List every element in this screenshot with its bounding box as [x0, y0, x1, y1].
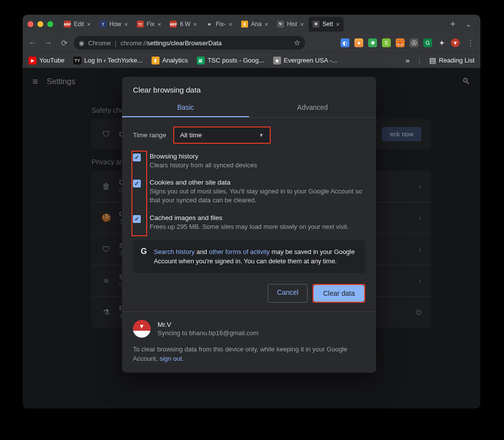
data-type-row: ✓Browsing historyClears history from all…: [133, 153, 365, 179]
page-content: ≡ Settings 🔍︎ Safety check 🛡 Chro eck no…: [23, 68, 480, 409]
bookmark-item[interactable]: ◉Evergreen USA -...: [273, 57, 337, 64]
bookmark-item[interactable]: TYLog In ‹ TechYorke...: [73, 57, 143, 64]
address-bar[interactable]: ◉ Chrome | chrome://settings/clearBrowse…: [74, 36, 305, 50]
browser-tab[interactable]: MEFEdit×: [60, 17, 94, 31]
reload-button[interactable]: ⟳: [58, 38, 70, 48]
bookmark-item[interactable]: ▶YouTube: [29, 57, 64, 64]
dialog-actions: Cancel Clear data: [122, 284, 376, 312]
bookmark-star-icon[interactable]: ☆: [294, 38, 300, 47]
favicon: ↻: [277, 21, 284, 28]
ext-icon[interactable]: ✱: [368, 38, 377, 47]
close-tab-icon[interactable]: ×: [193, 21, 197, 28]
info-text: Search history and other forms of activi…: [154, 247, 357, 266]
tab-title: Edit: [74, 21, 84, 28]
navbar: ← → ⟳ ◉ Chrome | chrome://settings/clear…: [23, 33, 480, 52]
browser-tab[interactable]: HFix-×: [202, 17, 236, 31]
site-info-icon: ◉: [79, 39, 84, 47]
favicon: MEF: [64, 21, 71, 28]
extension-icons: ◐ ● ✱ S 🦊 Ⓐ G ✦ ▼ ⋮: [341, 38, 476, 48]
bookmark-label: Analytics: [162, 57, 188, 64]
footer-note: To clear browsing data from this device …: [133, 345, 365, 364]
tab-advanced[interactable]: Advanced: [249, 97, 376, 117]
cancel-button[interactable]: Cancel: [268, 284, 308, 303]
minimize-window[interactable]: [37, 21, 43, 27]
ext-icon[interactable]: G: [423, 38, 432, 47]
bookmark-item[interactable]: ▦TSC posts - Goog...: [197, 57, 264, 64]
browser-tab[interactable]: THow×: [95, 17, 132, 31]
sign-out-link[interactable]: sign out: [159, 355, 182, 362]
favicon: TC: [137, 21, 144, 28]
new-tab-button[interactable]: +: [447, 19, 459, 30]
data-type-row: ✓Cookies and other site dataSigns you ou…: [133, 179, 365, 214]
favicon: ▮: [152, 57, 159, 64]
ext-icon[interactable]: ●: [354, 38, 363, 47]
ext-icon[interactable]: ▼: [451, 38, 460, 47]
checkbox-label: Browsing history: [150, 153, 257, 160]
user-row: Mr.V Syncing to bhanu.bp16@gmail.com: [133, 320, 365, 338]
browser-tabs: MEFEdit×THow×TCFix×MEF6 W×HFix-×▮Ana×↻Hi…: [60, 17, 444, 31]
browser-tab[interactable]: ↻Hist×: [273, 17, 308, 31]
close-tab-icon[interactable]: ×: [124, 21, 128, 28]
favicon: ▮: [241, 21, 248, 28]
browser-tab[interactable]: MEF6 W×: [166, 17, 201, 31]
data-type-row: ✓Cached images and filesFrees up 295 MB.…: [133, 214, 365, 240]
browser-tab[interactable]: TCFix×: [133, 17, 165, 31]
tab-title: Ana: [251, 21, 261, 28]
favicon: ▦: [197, 57, 205, 64]
bookmark-item[interactable]: ▮Analytics: [152, 57, 188, 64]
close-tab-icon[interactable]: ×: [158, 21, 161, 28]
chevron-down-icon: ▼: [259, 132, 264, 138]
browser-tab[interactable]: ▮Ana×: [237, 17, 272, 31]
ext-icon[interactable]: 🦊: [396, 38, 405, 47]
tab-basic[interactable]: Basic: [122, 97, 249, 117]
close-window[interactable]: [28, 21, 33, 27]
time-range-select[interactable]: All time ▼: [173, 126, 271, 144]
tab-title: Fix: [147, 21, 155, 28]
dialog-tabs: Basic Advanced: [122, 97, 376, 117]
search-history-link[interactable]: Search history: [154, 248, 194, 255]
tab-overflow-button[interactable]: ⌄: [462, 20, 475, 28]
back-button[interactable]: ←: [27, 38, 38, 47]
chrome-window: MEFEdit×THow×TCFix×MEF6 W×HFix-×▮Ana×↻Hi…: [23, 15, 480, 409]
google-g-icon: G: [141, 247, 147, 266]
tab-title: Fix-: [216, 21, 225, 28]
close-tab-icon[interactable]: ×: [87, 21, 91, 28]
user-name: Mr.V: [158, 321, 258, 328]
bookmarks-bar: ▶YouTubeTYLog In ‹ TechYorke...▮Analytic…: [23, 52, 480, 68]
bookmark-label: YouTube: [39, 57, 64, 64]
favicon: ▶: [29, 57, 36, 64]
tab-title: Hist: [287, 21, 297, 28]
kebab-menu[interactable]: ⋮: [465, 38, 476, 48]
close-tab-icon[interactable]: ×: [300, 21, 304, 28]
maximize-window[interactable]: [47, 21, 53, 27]
clear-data-button[interactable]: Clear data: [314, 285, 364, 302]
time-range-label: Time range: [133, 131, 166, 139]
ext-icon[interactable]: S: [382, 38, 391, 47]
extensions-puzzle-icon[interactable]: ✦: [437, 38, 446, 47]
close-tab-icon[interactable]: ×: [228, 21, 232, 28]
ext-icon[interactable]: Ⓐ: [410, 38, 418, 47]
forward-button[interactable]: →: [42, 38, 54, 47]
reading-list-icon: ▤: [429, 56, 436, 65]
favicon: TY: [73, 57, 81, 64]
annotation-highlight: Clear data: [313, 284, 365, 303]
checkbox-sublabel: Frees up 295 MB. Some sites may load mor…: [150, 222, 349, 231]
reading-list-button[interactable]: ▤ Reading List: [429, 56, 474, 65]
favicon: T: [99, 21, 106, 28]
browser-tab[interactable]: ⚙Sett×: [309, 17, 344, 31]
close-tab-icon[interactable]: ×: [264, 21, 268, 28]
titlebar: MEFEdit×THow×TCFix×MEF6 W×HFix-×▮Ana×↻Hi…: [23, 15, 480, 33]
ext-icon[interactable]: ◐: [341, 38, 349, 47]
tab-title: Sett: [322, 21, 333, 28]
other-activity-link[interactable]: other forms of activity: [209, 248, 270, 255]
bookmark-label: Log In ‹ TechYorke...: [84, 57, 143, 64]
bookmarks-overflow[interactable]: »: [406, 56, 410, 64]
bookmark-label: Evergreen USA -...: [284, 57, 337, 64]
data-type-list: ✓Browsing historyClears history from all…: [133, 153, 365, 240]
dialog-footer: Mr.V Syncing to bhanu.bp16@gmail.com To …: [122, 312, 376, 373]
favicon: ⚙: [313, 21, 319, 28]
user-sync-status: Syncing to bhanu.bp16@gmail.com: [158, 329, 258, 337]
traffic-lights: [28, 21, 53, 27]
dialog-title: Clear browsing data: [122, 77, 376, 97]
close-tab-icon[interactable]: ×: [336, 21, 340, 28]
